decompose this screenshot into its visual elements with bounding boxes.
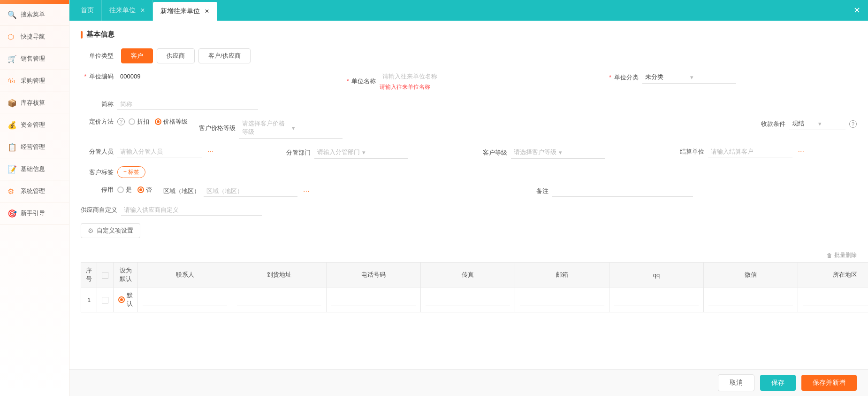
sidebar-item-beginner[interactable]: 🎯 新手引导 bbox=[0, 202, 69, 225]
customer-level-label: 客户等级 bbox=[474, 148, 507, 157]
unit-code-label: * 单位编码 bbox=[81, 72, 114, 81]
pricing-help-icon[interactable]: ? bbox=[117, 118, 125, 125]
th-region: 所在地区 bbox=[798, 263, 868, 287]
unit-category-select[interactable]: 未分类 ▾ bbox=[642, 71, 736, 84]
chevron-down-icon: ▾ bbox=[818, 120, 843, 127]
clipboard-icon: 📋 bbox=[8, 143, 16, 151]
wechat-input[interactable] bbox=[708, 294, 793, 305]
sidebar-item-inventory[interactable]: 📦 库存核算 bbox=[0, 92, 69, 114]
payment-terms-select[interactable]: 现结 ▾ bbox=[789, 117, 845, 130]
sidebar-item-label: 库存核算 bbox=[21, 99, 45, 107]
th-checkbox bbox=[97, 263, 114, 287]
settlement-more-icon[interactable]: ··· bbox=[796, 148, 806, 156]
department-select[interactable]: 请输入分管部门 ▾ bbox=[314, 146, 408, 159]
radio-discount[interactable]: 折扣 bbox=[129, 117, 149, 126]
save-button[interactable]: 保存 bbox=[760, 375, 796, 391]
radio-circle-default bbox=[118, 296, 125, 303]
tab-close-transaction-units[interactable]: ✕ bbox=[140, 7, 145, 14]
add-tag-button[interactable]: + 标签 bbox=[117, 166, 145, 178]
table-header: 序号 设为默认 联系人 到货地址 电话号码 传真 邮箱 qq 微信 所在地区 操… bbox=[81, 263, 868, 287]
address-input[interactable] bbox=[237, 294, 321, 305]
tab-bar: 首页 往来单位 ✕ 新增往来单位 ✕ ✕ bbox=[69, 0, 868, 21]
tags-row: 客户标签 + 标签 bbox=[81, 166, 857, 178]
search-icon: 🔍 bbox=[8, 10, 16, 19]
sidebar-item-search[interactable]: 🔍 搜索菜单 bbox=[0, 4, 69, 26]
abbr-group: 简称 bbox=[81, 99, 857, 110]
payment-terms-label: 收款条件 bbox=[753, 120, 785, 128]
unit-name-wrapper: 请输入往来单位名称 bbox=[380, 71, 594, 91]
settlement-unit-group: 结算单位 ··· bbox=[671, 146, 857, 157]
region-input[interactable] bbox=[204, 186, 297, 197]
sidebar-item-sales[interactable]: 🛒 销售管理 bbox=[0, 48, 69, 70]
unit-category-group: * 单位分类 未分类 ▾ bbox=[606, 71, 857, 84]
sidebar-item-system[interactable]: ⚙ 系统管理 bbox=[0, 180, 69, 202]
email-input[interactable] bbox=[520, 294, 604, 305]
manager-more-icon[interactable]: ··· bbox=[206, 148, 215, 156]
row-checkbox[interactable] bbox=[102, 297, 108, 303]
radio-default[interactable]: 默认 bbox=[118, 291, 133, 308]
region-table-input[interactable] bbox=[803, 294, 868, 305]
unit-btn-customer[interactable]: 客户 bbox=[121, 48, 153, 63]
batch-delete-button[interactable]: 🗑 批量删除 bbox=[827, 251, 857, 259]
region-group: 区域（地区） ··· bbox=[163, 186, 504, 197]
customer-price-level-select[interactable]: 请选择客户价格等级 ▾ bbox=[239, 117, 343, 139]
td-fax bbox=[421, 287, 515, 312]
department-label: 分管部门 bbox=[278, 148, 311, 157]
unit-code-group: * 单位编码 bbox=[81, 71, 332, 82]
sidebar-item-label: 基础信息 bbox=[21, 165, 45, 173]
radio-yes[interactable]: 是 bbox=[117, 186, 132, 194]
chevron-down-icon: ▾ bbox=[292, 124, 340, 132]
sidebar-item-quicknav[interactable]: ⬡ 快捷导航 bbox=[0, 26, 69, 48]
radio-circle-no bbox=[137, 186, 144, 193]
manager-input[interactable] bbox=[117, 146, 202, 157]
radio-circle-yes bbox=[117, 186, 124, 193]
unit-name-error: 请输入往来单位名称 bbox=[380, 83, 594, 91]
cart-icon: 🛒 bbox=[8, 54, 16, 63]
td-address bbox=[232, 287, 327, 312]
unit-name-input[interactable] bbox=[380, 71, 502, 82]
radio-circle-discount bbox=[129, 118, 135, 125]
radio-price-level[interactable]: 价格等级 bbox=[155, 117, 188, 126]
phone-input[interactable] bbox=[331, 294, 416, 305]
contact-input[interactable] bbox=[143, 294, 227, 305]
td-seq: 1 bbox=[81, 287, 97, 312]
unit-btn-supplier[interactable]: 供应商 bbox=[157, 48, 195, 63]
tab-close-new-unit[interactable]: ✕ bbox=[205, 8, 209, 15]
customer-level-select[interactable]: 请选择客户等级 ▾ bbox=[511, 146, 605, 159]
abbr-input[interactable] bbox=[117, 99, 258, 110]
unit-btn-both[interactable]: 客户/供应商 bbox=[198, 48, 251, 63]
window-close-button[interactable]: ✕ bbox=[850, 5, 864, 16]
fax-input[interactable] bbox=[426, 294, 510, 305]
sidebar-item-finance[interactable]: 💰 资金管理 bbox=[0, 114, 69, 136]
header-checkbox[interactable] bbox=[102, 272, 108, 279]
custom-settings-button[interactable]: ⚙ 自定义项设置 bbox=[81, 223, 140, 238]
supplier-custom-input[interactable] bbox=[121, 204, 262, 216]
remarks-input[interactable] bbox=[552, 186, 693, 197]
abbr-label: 简称 bbox=[81, 100, 114, 109]
save-and-new-button[interactable]: 保存并新增 bbox=[801, 375, 857, 391]
chevron-down-icon: ▾ bbox=[559, 149, 602, 156]
qq-input[interactable] bbox=[614, 294, 699, 305]
sidebar-top-bar bbox=[0, 0, 69, 4]
region-more-icon[interactable]: ··· bbox=[301, 187, 311, 195]
form-content: 基本信息 单位类型 客户 供应商 客户/供应商 * 单位编码 bbox=[69, 21, 868, 369]
cancel-button[interactable]: 取消 bbox=[718, 374, 754, 391]
tab-home[interactable]: 首页 bbox=[73, 0, 102, 21]
sidebar-item-label: 资金管理 bbox=[21, 121, 45, 129]
sidebar-item-label: 销售管理 bbox=[21, 54, 45, 63]
sidebar-item-operations[interactable]: 📋 经营管理 bbox=[0, 136, 69, 158]
radio-no[interactable]: 否 bbox=[137, 186, 152, 194]
doc-icon: 📝 bbox=[8, 165, 16, 173]
tab-transaction-units[interactable]: 往来单位 ✕ bbox=[102, 0, 153, 21]
payment-help-icon[interactable]: ? bbox=[849, 120, 857, 128]
supplier-custom-row: 供应商自定义 bbox=[81, 204, 857, 216]
sidebar-item-basic-info[interactable]: 📝 基础信息 bbox=[0, 158, 69, 180]
manager-group: 分管人员 ··· bbox=[81, 146, 266, 157]
td-contact bbox=[138, 287, 232, 312]
settlement-unit-input[interactable] bbox=[708, 146, 792, 157]
tab-new-unit[interactable]: 新增往来单位 ✕ bbox=[153, 2, 217, 21]
th-seq: 序号 bbox=[81, 263, 97, 287]
unit-code-input[interactable] bbox=[117, 71, 211, 82]
settings-icon: ⚙ bbox=[88, 227, 94, 234]
sidebar-item-purchase[interactable]: 🛍 采购管理 bbox=[0, 70, 69, 92]
